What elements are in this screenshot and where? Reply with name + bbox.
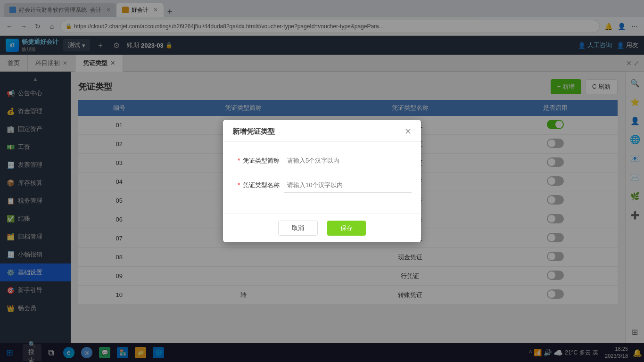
- modal-close-button[interactable]: ✕: [405, 126, 412, 137]
- abbr-label: * 凭证类型简称: [232, 156, 284, 165]
- name-label-text: 凭证类型名称: [243, 181, 280, 189]
- modal-footer: 取消 保存: [223, 214, 421, 242]
- abbr-form-row: * 凭证类型简称: [232, 153, 412, 168]
- modal-overlay: 新增凭证类型 ✕ * 凭证类型简称 * 凭证类型名称 取消 保存: [0, 0, 644, 362]
- abbr-label-text: 凭证类型简称: [243, 157, 280, 164]
- modal-header: 新增凭证类型 ✕: [223, 120, 421, 142]
- cancel-button[interactable]: 取消: [278, 221, 318, 236]
- modal-body: * 凭证类型简称 * 凭证类型名称: [223, 142, 421, 214]
- abbr-input[interactable]: [284, 153, 412, 168]
- name-required-marker: *: [238, 181, 240, 189]
- modal-title: 新增凭证类型: [232, 127, 275, 136]
- save-button[interactable]: 保存: [327, 221, 366, 236]
- name-label: * 凭证类型名称: [232, 181, 284, 189]
- add-voucher-type-modal: 新增凭证类型 ✕ * 凭证类型简称 * 凭证类型名称 取消 保存: [223, 120, 421, 242]
- name-form-row: * 凭证类型名称: [232, 178, 412, 193]
- name-input[interactable]: [284, 178, 412, 193]
- abbr-required-marker: *: [238, 157, 240, 164]
